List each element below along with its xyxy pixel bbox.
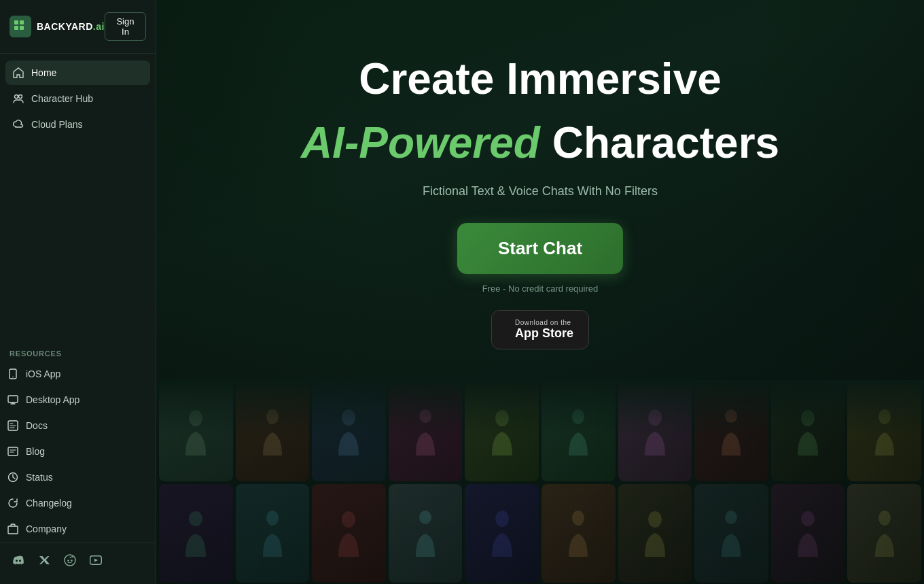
changelog-icon [7, 497, 19, 509]
sidebar-header: BACKYARD.ai Sign In [0, 0, 156, 54]
svg-rect-3 [20, 26, 24, 30]
svg-point-29 [266, 511, 279, 526]
char-card-13[interactable] [312, 484, 386, 583]
svg-point-16 [72, 556, 73, 557]
cloud-plans-icon [12, 118, 24, 131]
char-card-4[interactable] [389, 383, 463, 481]
char-card-18[interactable] [694, 484, 768, 583]
sidebar-item-company[interactable]: Company [0, 517, 156, 541]
youtube-icon[interactable] [88, 553, 103, 568]
svg-point-14 [67, 560, 69, 561]
svg-point-7 [12, 377, 14, 378]
app-store-text: Download on the App Store [515, 319, 573, 341]
sidebar-item-ios-app[interactable]: iOS App [0, 362, 156, 386]
char-card-15[interactable] [465, 484, 539, 583]
char-card-7[interactable] [618, 383, 692, 481]
char-card-2[interactable] [236, 383, 310, 481]
svg-point-15 [71, 560, 72, 561]
home-icon [12, 67, 24, 79]
app-store-small-text: Download on the [515, 319, 571, 326]
sidebar-item-character-hub[interactable]: Character Hub [5, 86, 150, 111]
sidebar-item-cloud-plans-label: Cloud Plans [31, 119, 83, 130]
hero-subtitle: Fictional Text & Voice Chats With No Fil… [423, 184, 658, 199]
sidebar-item-status[interactable]: Status [0, 465, 156, 489]
char-card-11[interactable] [159, 484, 233, 583]
svg-rect-12 [8, 526, 18, 534]
svg-point-25 [725, 409, 737, 423]
character-grid-section [156, 380, 924, 584]
svg-point-18 [189, 410, 202, 426]
sidebar-item-cloud-plans[interactable]: Cloud Plans [5, 112, 150, 137]
svg-point-23 [572, 409, 584, 424]
svg-point-36 [801, 511, 815, 526]
svg-rect-1 [20, 20, 24, 24]
char-card-12[interactable] [236, 484, 310, 583]
twitter-icon[interactable] [37, 553, 52, 568]
hero-title-line2: AI-Powered Characters [301, 118, 779, 169]
char-card-5[interactable] [465, 383, 539, 481]
svg-point-34 [648, 511, 662, 528]
char-card-8[interactable] [694, 383, 768, 481]
discord-icon[interactable] [11, 553, 26, 568]
svg-point-26 [801, 410, 815, 426]
docs-icon [7, 419, 19, 432]
svg-rect-0 [14, 20, 18, 24]
logo-text: BACKYARD.ai [37, 21, 105, 32]
sidebar-item-desktop-app[interactable]: Desktop App [0, 388, 156, 412]
sidebar: BACKYARD.ai Sign In Home Character Hub [0, 0, 156, 584]
sidebar-item-status-label: Status [26, 472, 53, 483]
char-card-10[interactable] [847, 383, 921, 481]
svg-point-22 [495, 410, 509, 426]
sidebar-item-changelog-label: Changelog [26, 498, 72, 509]
resources-label: Resources [0, 340, 156, 362]
char-card-3[interactable] [312, 383, 386, 481]
char-card-17[interactable] [618, 484, 692, 583]
svg-rect-8 [8, 396, 18, 402]
char-card-16[interactable] [541, 484, 616, 583]
svg-point-19 [266, 409, 279, 424]
svg-point-20 [342, 409, 355, 426]
svg-point-27 [878, 409, 891, 424]
svg-point-32 [495, 511, 509, 527]
sidebar-item-character-hub-label: Character Hub [31, 93, 93, 104]
logo-area: BACKYARD.ai [10, 16, 105, 37]
sidebar-item-changelog[interactable]: Changelog [0, 491, 156, 515]
character-grid [156, 380, 924, 584]
app-store-big-text: App Store [515, 326, 573, 341]
hero-section: Create Immersive AI-Powered Characters F… [156, 0, 924, 377]
sidebar-nav: Home Character Hub Cloud Plans [0, 54, 156, 340]
sidebar-bottom: Resources iOS App Desktop App [0, 340, 156, 584]
char-card-1[interactable] [159, 383, 233, 481]
main-content: Create Immersive AI-Powered Characters F… [156, 0, 924, 584]
sidebar-item-blog[interactable]: Blog [0, 439, 156, 464]
start-chat-button[interactable]: Start Chat [457, 223, 623, 274]
svg-point-35 [725, 511, 737, 524]
blog-icon [7, 445, 19, 458]
svg-point-5 [19, 95, 22, 99]
char-card-9[interactable] [771, 383, 845, 481]
ios-app-icon [7, 368, 19, 380]
sign-in-button[interactable]: Sign In [105, 12, 146, 41]
sidebar-item-docs-label: Docs [26, 420, 48, 431]
char-card-20[interactable] [847, 484, 921, 583]
logo-icon [10, 16, 31, 37]
char-card-19[interactable] [771, 484, 845, 583]
sidebar-item-blog-label: Blog [26, 446, 45, 457]
status-icon [7, 471, 19, 483]
sidebar-item-home-label: Home [31, 67, 56, 78]
sidebar-item-desktop-app-label: Desktop App [26, 394, 79, 405]
svg-rect-10 [8, 447, 18, 456]
social-icons-bar [0, 543, 156, 577]
svg-point-33 [572, 511, 584, 526]
reddit-icon[interactable] [63, 553, 77, 568]
sidebar-item-home[interactable]: Home [5, 61, 150, 85]
app-store-button[interactable]: Download on the App Store [491, 310, 589, 349]
company-icon [7, 523, 19, 535]
sidebar-item-docs[interactable]: Docs [0, 413, 156, 438]
sidebar-item-ios-app-label: iOS App [26, 368, 60, 379]
char-card-6[interactable] [541, 383, 616, 481]
svg-point-31 [419, 511, 431, 524]
svg-point-28 [189, 511, 202, 526]
char-card-14[interactable] [389, 484, 463, 583]
hero-characters: Characters [540, 118, 779, 167]
